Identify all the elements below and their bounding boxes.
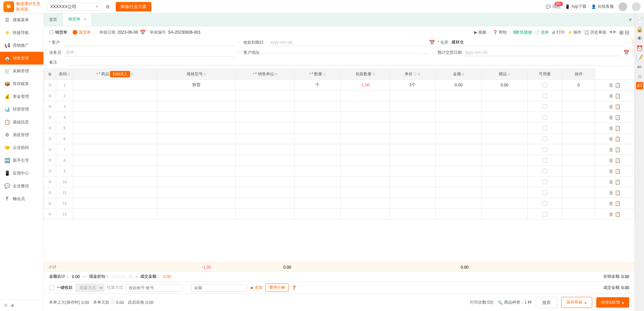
- row-unit[interactable]: [295, 166, 341, 177]
- row-pack-qty[interactable]: [390, 123, 436, 133]
- online-service-btn[interactable]: 👤 在线客服: [591, 4, 614, 9]
- row-unit-price[interactable]: 0.00: [435, 80, 482, 90]
- customer-input[interactable]: [65, 38, 234, 46]
- copy-row-icon[interactable]: 📋: [615, 147, 620, 152]
- row-qty[interactable]: [340, 187, 389, 198]
- row-unit[interactable]: [295, 112, 341, 123]
- row-amount[interactable]: [482, 112, 528, 123]
- sidebar-item-finance[interactable]: 💰 资金管理: [0, 90, 43, 103]
- row-barcode[interactable]: [73, 209, 157, 220]
- save-draft-button[interactable]: 保存草稿 ▲: [561, 297, 592, 308]
- gift-checkbox[interactable]: [542, 190, 547, 195]
- row-unit[interactable]: [295, 101, 341, 112]
- row-unit-price[interactable]: [435, 133, 482, 144]
- row-unit-price[interactable]: [435, 155, 482, 166]
- gift-checkbox[interactable]: [542, 147, 547, 152]
- delete-row-icon[interactable]: 🗑: [609, 104, 613, 109]
- row-settings-icon[interactable]: ⚙: [48, 190, 52, 195]
- row-qty[interactable]: [340, 112, 389, 123]
- gift-checkbox[interactable]: [542, 169, 547, 173]
- side-panel-btn7[interactable]: ☆: [636, 73, 643, 80]
- gift-checkbox[interactable]: [542, 115, 547, 120]
- row-barcode[interactable]: [73, 144, 157, 155]
- row-barcode[interactable]: [73, 101, 157, 112]
- copy-row-icon[interactable]: 📋: [615, 211, 620, 217]
- info-price-icon[interactable]: ⓘ: [413, 72, 417, 77]
- avatar[interactable]: [618, 2, 627, 11]
- gift-checkbox[interactable]: [542, 83, 547, 87]
- delete-row-icon[interactable]: 🗑: [609, 125, 613, 131]
- shortcut-btn[interactable]: ⌨ 快捷键: [513, 30, 532, 35]
- row-amount[interactable]: [482, 198, 528, 209]
- row-unit-price[interactable]: [435, 209, 482, 220]
- company-selector[interactable]: XXXXXX公司 ▾: [47, 3, 101, 11]
- sidebar-item-search[interactable]: ☰ 搜索菜单: [0, 13, 43, 26]
- row-settings-icon[interactable]: ⚙: [48, 115, 52, 120]
- row-unit[interactable]: [295, 123, 341, 133]
- row-gift[interactable]: [527, 101, 562, 112]
- sort-spec-icon[interactable]: ⇅: [203, 72, 206, 76]
- expense-split-btn[interactable]: 费用分摊: [265, 283, 289, 292]
- row-amount[interactable]: [482, 209, 528, 220]
- row-product[interactable]: [157, 90, 236, 101]
- copy-row-icon[interactable]: 📋: [615, 104, 620, 109]
- row-unit[interactable]: [295, 144, 341, 155]
- row-product[interactable]: [157, 112, 236, 123]
- sort-unit-icon[interactable]: ⇅: [275, 72, 277, 76]
- row-spec[interactable]: [236, 101, 295, 112]
- row-pack-qty[interactable]: [390, 133, 436, 144]
- copy-row-icon[interactable]: 📋: [615, 136, 620, 142]
- discount-input[interactable]: [112, 276, 126, 278]
- row-gift[interactable]: [527, 187, 562, 198]
- row-settings-icon[interactable]: ⚙: [48, 201, 52, 206]
- row-product[interactable]: [157, 133, 236, 144]
- row-spec[interactable]: [236, 80, 295, 90]
- settings-button[interactable]: ⚙ ⚙ 设置: [633, 38, 635, 46]
- row-gift[interactable]: [527, 133, 562, 144]
- row-product[interactable]: [157, 166, 236, 177]
- scan-button[interactable]: 扫码录入: [110, 71, 130, 77]
- row-spec[interactable]: [236, 177, 295, 187]
- row-barcode[interactable]: [73, 133, 157, 144]
- row-settings-icon[interactable]: ⚙: [48, 180, 52, 184]
- close-tab-icon[interactable]: ×: [84, 17, 86, 22]
- row-settings-icon[interactable]: ⚙: [48, 212, 52, 217]
- side-panel-btn2[interactable]: 🔒: [636, 26, 643, 33]
- sidebar-collapse-icon[interactable]: ◀: [10, 303, 13, 308]
- delivery-calendar-icon[interactable]: 📅: [623, 50, 629, 55]
- addr-more-icon[interactable]: ···: [431, 50, 435, 55]
- close-window-icon[interactable]: ×: [629, 17, 632, 23]
- delete-row-icon[interactable]: 🗑: [609, 82, 613, 88]
- row-spec[interactable]: [236, 198, 295, 209]
- row-unit-price[interactable]: [435, 112, 482, 123]
- row-amount[interactable]: 0.00: [482, 80, 528, 90]
- delete-row-icon[interactable]: 🗑: [609, 136, 613, 142]
- gift-checkbox[interactable]: [542, 158, 547, 163]
- experience-button[interactable]: 体验行业方案: [116, 2, 151, 11]
- row-amount[interactable]: [482, 90, 528, 101]
- sort-gift-icon[interactable]: ⇅: [507, 72, 510, 76]
- row-gift[interactable]: [527, 123, 562, 133]
- delete-row-icon[interactable]: 🗑: [609, 201, 613, 206]
- row-spec[interactable]: [236, 90, 295, 101]
- row-qty[interactable]: [340, 144, 389, 155]
- side-panel-btn5[interactable]: 📝: [636, 54, 643, 61]
- gift-checkbox[interactable]: [542, 93, 547, 98]
- sidebar-item-marketing[interactable]: 📢 营销推广: [0, 39, 43, 52]
- row-spec[interactable]: [236, 133, 295, 144]
- row-barcode[interactable]: [73, 155, 157, 166]
- save-new-button[interactable]: 保存&新增 ▲: [596, 297, 629, 308]
- delivery-date-input[interactable]: yyyy-mm-dd: [464, 49, 620, 56]
- row-qty[interactable]: -1.00: [340, 80, 389, 90]
- sidebar-item-apps[interactable]: 📱 应用中心: [0, 167, 43, 180]
- discount-info-icon[interactable]: ⓘ: [129, 274, 132, 279]
- amount-input[interactable]: [191, 284, 248, 291]
- copy-row-icon[interactable]: 📋: [615, 179, 620, 185]
- row-unit[interactable]: 个: [295, 80, 341, 90]
- row-qty[interactable]: [340, 123, 389, 133]
- side-panel-btn6[interactable]: ✏: [636, 63, 643, 71]
- row-unit[interactable]: [295, 198, 341, 209]
- delete-row-icon[interactable]: 🗑: [609, 179, 613, 185]
- delete-row-icon[interactable]: 🗑: [609, 211, 613, 217]
- copy-row-icon[interactable]: 📋: [615, 93, 620, 99]
